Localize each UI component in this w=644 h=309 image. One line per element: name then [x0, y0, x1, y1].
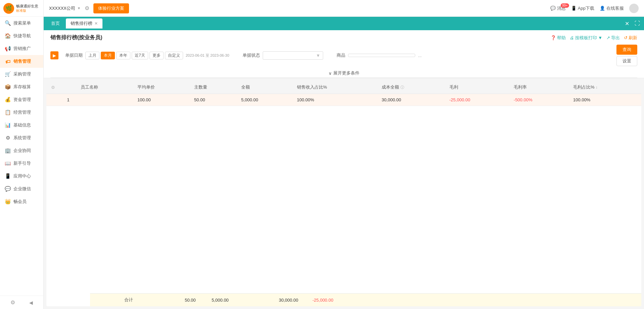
- footer-label: 合计: [124, 297, 158, 303]
- column-avg-price: 平均单价: [133, 81, 190, 94]
- row-sales-pct: 100.00%: [293, 94, 378, 106]
- sidebar-settings-icon[interactable]: ⚙: [10, 299, 15, 306]
- purchase-icon: 🛒: [5, 71, 11, 77]
- sidebar-item-new-guide[interactable]: 📖 新手引导: [0, 157, 43, 170]
- sidebar-item-label: 快捷导航: [13, 33, 31, 39]
- avatar[interactable]: [629, 4, 639, 13]
- goods-input[interactable]: [348, 54, 415, 57]
- help-icon: ❓: [551, 35, 556, 40]
- sidebar-item-sales[interactable]: 🏷 销售管理: [0, 55, 43, 68]
- finance-icon: 💰: [5, 97, 11, 103]
- export-icon: ↗: [606, 35, 610, 40]
- table-container: ⚙ 员工名称 平均单价 主数量 全额 销售收入占比% 成本全额 ⓘ 毛利 毛利率…: [46, 81, 641, 306]
- row-rank: 1: [60, 94, 77, 106]
- column-settings[interactable]: ⚙: [46, 81, 60, 94]
- sidebar-item-search-order[interactable]: 🔍 搜索菜单: [0, 17, 43, 30]
- tab-close-icon[interactable]: ✕: [94, 21, 98, 26]
- column-profit-pct: 毛利占比% ↕: [569, 81, 641, 94]
- row-name: [77, 94, 133, 106]
- sidebar-nav: 🔍 搜索菜单 🏠 快捷导航 📢 营销推广 🏷 销售管理 🛒 采购管理 📦 库存核…: [0, 17, 43, 296]
- sidebar-item-system[interactable]: ⚙ 系统管理: [0, 132, 43, 144]
- tab-home[interactable]: 首页: [46, 18, 65, 29]
- online-service-button[interactable]: 👤 在线客服: [600, 5, 624, 11]
- chevron-down-icon: ▼: [598, 35, 602, 40]
- sales-icon: 🏷: [5, 59, 11, 64]
- sidebar-collapse-icon[interactable]: ◀: [29, 300, 33, 305]
- chevron-down-icon: ∨: [329, 71, 332, 76]
- sidebar-item-marketing[interactable]: 📢 营销推广: [0, 42, 43, 55]
- sidebar-item-corp-wechat[interactable]: 💬 企业微信: [0, 183, 43, 195]
- corp-wechat-icon: 💬: [5, 186, 11, 192]
- message-button[interactable]: 💬 消息 99+: [550, 5, 566, 11]
- page-title: 销售排行榜(按业务员): [50, 34, 102, 41]
- row-avg-price: 100.00: [133, 94, 190, 106]
- sidebar-item-finance[interactable]: 💰 资金管理: [0, 93, 43, 106]
- sidebar-item-basics[interactable]: 📊 基础信息: [0, 119, 43, 132]
- sidebar-logo: 🌿 畅康通好生意 标准版: [0, 0, 43, 17]
- table-row: 1 100.00 50.00 5,000.00 100.00% 30,000.0…: [46, 94, 641, 106]
- refresh-button[interactable]: ↺ 刷新: [624, 35, 637, 41]
- date-btn-this-month[interactable]: 本月: [101, 52, 115, 59]
- sidebar-item-operation[interactable]: 📋 经营管理: [0, 106, 43, 119]
- date-label: 单据日期: [65, 52, 83, 58]
- sidebar-item-label: 搜索菜单: [13, 20, 31, 26]
- logo-text: 畅康通好生意 标准版: [16, 4, 38, 13]
- footer-cost: 30,000.00: [279, 298, 312, 303]
- sidebar-item-app-center[interactable]: 📱 应用中心: [0, 170, 43, 183]
- sidebar-bottom: ⚙ ◀: [0, 296, 43, 309]
- export-button[interactable]: ↗ 导出: [606, 35, 620, 41]
- tab-sales-ranking[interactable]: 销售排行榜 ✕: [66, 18, 102, 29]
- column-profit-rate: 毛利率: [510, 81, 569, 94]
- template-print-button[interactable]: 🖨 按模板打印 ▼: [570, 35, 602, 41]
- help-button[interactable]: ❓ 帮助: [551, 35, 566, 41]
- settings-button[interactable]: 设置: [616, 56, 637, 66]
- trial-button[interactable]: 体验行业方案: [93, 3, 129, 13]
- date-range-buttons: 上月 本月 本年 近7天 更多 自定义: [85, 52, 183, 59]
- filter-row: ▶ 单据日期 上月 本月 本年 近7天 更多 自定义 2023-06: [50, 45, 637, 66]
- message-icon: 💬: [550, 6, 556, 11]
- date-btn-last-month[interactable]: 上月: [85, 52, 99, 59]
- row-profit-pct: 100.00%: [569, 94, 641, 106]
- company-selector[interactable]: XXXXXX公司 ▼: [49, 5, 81, 11]
- sidebar-item-label: 基础信息: [13, 122, 31, 128]
- expand-button[interactable]: ∨ 展开更多条件: [329, 70, 359, 76]
- filter-toggle-button[interactable]: ▶: [50, 51, 58, 59]
- column-sales-pct: 销售收入占比%: [293, 81, 378, 94]
- gear-icon[interactable]: ⚙: [85, 5, 89, 11]
- sidebar-item-corp-collab[interactable]: 🏢 企业协同: [0, 144, 43, 157]
- date-btn-this-year[interactable]: 本年: [116, 52, 130, 59]
- tab-actions: ✕ ⛶: [624, 19, 641, 28]
- service-icon: 👤: [600, 6, 605, 11]
- footer-total: 5,000.00: [212, 298, 245, 303]
- query-button[interactable]: 查询: [616, 45, 637, 55]
- marketing-icon: 📢: [5, 46, 11, 52]
- topbar: XXXXXX公司 ▼ ⚙ 体验行业方案 💬 消息 99+ 📱 App下载 👤 在…: [44, 0, 644, 17]
- date-btn-7days[interactable]: 近7天: [132, 52, 148, 59]
- filter-area: ▶ 单据日期 上月 本月 本年 近7天 更多 自定义 2023-06: [50, 45, 637, 78]
- sidebar-item-inventory[interactable]: 📦 库存核算: [0, 81, 43, 93]
- minimize-icon[interactable]: ✕: [624, 19, 631, 28]
- date-range-display: 2023-06-01 至 2023-06-30: [186, 53, 229, 58]
- sidebar-item-label: 经营管理: [13, 109, 31, 115]
- online-service-label: 在线客服: [606, 5, 624, 11]
- basics-icon: 📊: [5, 122, 11, 128]
- goods-label: 商品: [337, 52, 345, 58]
- goods-filter: 商品 ...: [337, 52, 422, 58]
- app-download-button[interactable]: 📱 App下载: [571, 5, 594, 11]
- sidebar-item-member[interactable]: 👑 畅会员: [0, 195, 43, 208]
- row-total: 5,000.00: [237, 94, 293, 106]
- date-btn-custom[interactable]: 自定义: [165, 52, 183, 59]
- column-cost: 成本全额 ⓘ: [378, 81, 445, 94]
- page-actions: ❓ 帮助 🖨 按模板打印 ▼ ↗ 导出 ↺ 刷新: [551, 35, 637, 41]
- sidebar-item-purchase[interactable]: 🛒 采购管理: [0, 68, 43, 81]
- expand-icon[interactable]: ⛶: [633, 19, 641, 28]
- tabbar: 首页 销售排行榜 ✕ ✕ ⛶: [44, 17, 644, 30]
- sidebar-item-quick-nav[interactable]: 🏠 快捷导航: [0, 30, 43, 42]
- date-btn-more[interactable]: 更多: [149, 52, 164, 59]
- chevron-down-icon: ▼: [77, 6, 81, 10]
- home-icon: 🏠: [5, 33, 11, 39]
- goods-ellipsis[interactable]: ...: [418, 53, 422, 58]
- print-icon: 🖨: [570, 35, 574, 40]
- sidebar-item-label: 销售管理: [13, 58, 31, 64]
- status-select[interactable]: ▼: [263, 51, 323, 60]
